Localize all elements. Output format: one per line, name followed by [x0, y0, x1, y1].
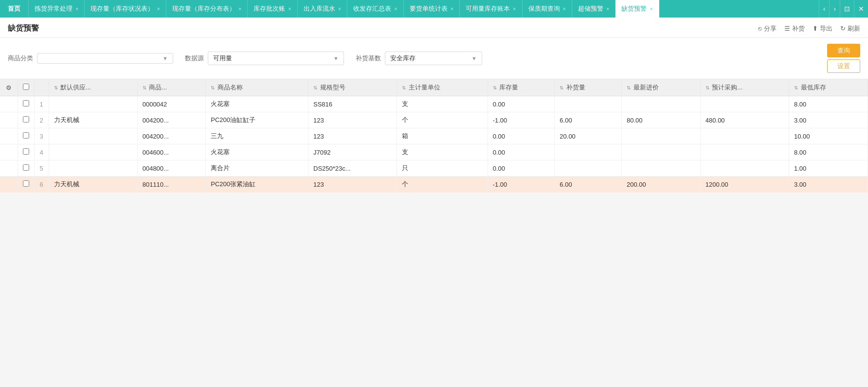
row-latest-price — [621, 96, 700, 112]
row-checkbox-cell[interactable] — [18, 160, 34, 176]
product-code-column-header[interactable]: ⇅ 商品... — [137, 79, 206, 96]
share-action[interactable]: ⎋ 分享 — [758, 24, 777, 33]
tab-close-button[interactable]: ✕ — [854, 0, 868, 18]
row-latest-price: 80.00 — [621, 112, 700, 128]
unit-column-header[interactable]: ⇅ 主计量单位 — [397, 79, 488, 96]
sort-icon: ⇅ — [402, 85, 406, 90]
row-replenish — [555, 96, 622, 112]
close-icon[interactable]: × — [338, 6, 341, 12]
row-spec: J7092 — [308, 144, 397, 160]
supplier-column-header[interactable]: ⇅ 默认供应... — [49, 79, 137, 96]
row-replenish: 6.00 — [555, 112, 622, 128]
tab-restore-button[interactable]: ⊡ — [840, 0, 854, 18]
row-supplier — [49, 128, 137, 144]
row-stock: 0.00 — [488, 160, 555, 176]
row-unit: 箱 — [397, 128, 488, 144]
tab-order-stats[interactable]: 要货单统计表 × — [404, 0, 460, 18]
close-icon[interactable]: × — [157, 6, 160, 12]
tab-shortage-warning[interactable]: 缺货预警 × — [615, 0, 659, 18]
tab-home[interactable]: 首页 — [0, 0, 29, 18]
replenish-action[interactable]: ☰ 补货 — [784, 24, 805, 33]
row-checkbox-cell[interactable] — [18, 144, 34, 160]
row-min-stock: 10.00 — [789, 128, 868, 144]
data-source-filter: 数据源 可用量 ▼ — [185, 52, 344, 65]
tab-batch-account[interactable]: 库存批次账 × — [248, 0, 297, 18]
estimated-purchase-column-header[interactable]: ⇅ 预计采购... — [700, 79, 789, 96]
close-icon[interactable]: × — [563, 6, 566, 12]
settings-button[interactable]: 设置 — [827, 59, 860, 73]
row-number: 3 — [34, 128, 49, 144]
close-icon[interactable]: × — [650, 6, 652, 12]
data-source-value: 可用量 — [213, 54, 232, 63]
row-gear-cell — [0, 160, 18, 176]
latest-price-column-header[interactable]: ⇅ 最新进价 — [621, 79, 700, 96]
close-icon[interactable]: × — [288, 6, 291, 12]
export-icon: ⬆ — [813, 25, 818, 32]
row-number: 2 — [34, 112, 49, 128]
min-stock-column-header[interactable]: ⇅ 最低库存 — [789, 79, 868, 96]
refresh-action[interactable]: ↻ 刷新 — [840, 24, 860, 33]
tab-defect-process[interactable]: 拣货异常处理 × — [29, 0, 85, 18]
chevron-down-icon: ▼ — [471, 55, 477, 61]
chevron-down-icon: ▼ — [333, 55, 339, 61]
table-container: ⚙ ⇅ 默认供应... ⇅ 商品... ⇅ — [0, 79, 868, 193]
row-checkbox-cell[interactable] — [18, 96, 34, 112]
query-button[interactable]: 查询 — [827, 44, 860, 57]
tab-prev-button[interactable]: ‹ — [819, 0, 830, 18]
product-category-label: 商品分类 — [8, 54, 33, 63]
export-action[interactable]: ⬆ 导出 — [813, 24, 832, 33]
replenish-column-header[interactable]: ⇅ 补货量 — [555, 79, 622, 96]
close-icon[interactable]: × — [451, 6, 453, 12]
sort-icon: ⇅ — [493, 85, 497, 90]
row-estimated-purchase — [700, 144, 789, 160]
tab-inout-flow[interactable]: 出入库流水 × — [298, 0, 347, 18]
row-checkbox[interactable] — [23, 116, 29, 123]
gear-column-header[interactable]: ⚙ — [0, 79, 18, 96]
product-category-select[interactable]: ▼ — [37, 53, 173, 64]
tab-expiry-query[interactable]: 保质期查询 × — [523, 0, 572, 18]
replenish-base-select[interactable]: 安全库存 ▼ — [385, 52, 482, 65]
close-icon[interactable]: × — [513, 6, 516, 12]
row-checkbox[interactable] — [23, 132, 29, 139]
row-spec: 123 — [308, 176, 397, 193]
row-estimated-purchase — [700, 160, 789, 176]
row-product-name: 离合片 — [206, 160, 308, 176]
sort-icon: ⇅ — [560, 85, 563, 90]
tab-inventory-status[interactable]: 现存量（库存状况表） × — [85, 0, 166, 18]
table-row: 2 力天机械 004200... PC200油缸缸子 123 个 -1.00 6… — [0, 112, 868, 128]
tab-inventory-dist[interactable]: 现存量（库存分布表） × — [166, 0, 248, 18]
row-checkbox-cell[interactable] — [18, 112, 34, 128]
product-name-column-header[interactable]: ⇅ 商品名称 — [206, 79, 308, 96]
close-icon[interactable]: × — [75, 6, 78, 12]
close-icon[interactable]: × — [238, 6, 241, 12]
data-source-select[interactable]: 可用量 ▼ — [208, 52, 344, 65]
row-stock: -1.00 — [488, 176, 555, 193]
row-num-column-header — [34, 79, 49, 96]
close-icon[interactable]: × — [606, 6, 609, 12]
row-checkbox-cell[interactable] — [18, 176, 34, 193]
close-icon[interactable]: × — [394, 6, 397, 12]
row-stock: 0.00 — [488, 96, 555, 112]
row-checkbox[interactable] — [23, 148, 29, 155]
row-estimated-purchase — [700, 96, 789, 112]
row-checkbox-cell[interactable] — [18, 128, 34, 144]
row-number: 5 — [34, 160, 49, 176]
row-checkbox[interactable] — [23, 100, 29, 106]
row-spec: 123 — [308, 128, 397, 144]
tab-available-ledger[interactable]: 可用量库存账本 × — [460, 0, 522, 18]
data-table: ⚙ ⇅ 默认供应... ⇅ 商品... ⇅ — [0, 79, 868, 193]
sort-icon: ⇅ — [313, 85, 317, 90]
checkbox-column-header[interactable] — [18, 79, 34, 96]
select-all-checkbox[interactable] — [23, 84, 29, 90]
replenish-base-value: 安全库存 — [390, 54, 416, 63]
tab-overstock-warning[interactable]: 超储预警 × — [572, 0, 615, 18]
row-checkbox[interactable] — [23, 180, 29, 187]
tab-receive-summary[interactable]: 收发存汇总表 × — [347, 0, 403, 18]
stock-column-header[interactable]: ⇅ 库存量 — [488, 79, 555, 96]
tab-next-button[interactable]: › — [829, 0, 840, 18]
spec-column-header[interactable]: ⇅ 规格型号 — [308, 79, 397, 96]
row-unit: 支 — [397, 96, 488, 112]
sort-icon: ⇅ — [143, 85, 146, 90]
row-checkbox[interactable] — [23, 164, 29, 171]
row-supplier — [49, 160, 137, 176]
